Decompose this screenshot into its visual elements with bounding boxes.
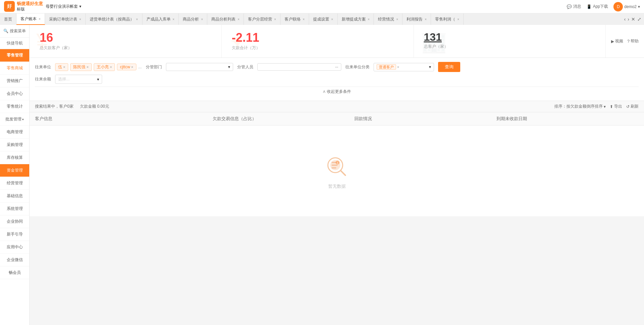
refresh-icon: ↺ [626,104,630,109]
sidebar-item-app-center[interactable]: 应用中心 [0,241,29,254]
tab-product-analysis[interactable]: 商品分析 × [179,13,207,25]
export-btn[interactable]: ⬆ 导出 [610,104,622,109]
sidebar-item-system-mgmt[interactable]: 系统管理 [0,203,29,215]
sidebar-item-purchase-mgmt[interactable]: 采购管理 [0,139,29,151]
sidebar-item-enterprise-wechat[interactable]: 企业微信 [0,254,29,266]
sidebar-item-basic-info[interactable]: 基础信息 [0,190,29,203]
message-btn[interactable]: 💬 消息 [567,4,581,9]
sidebar-item-batch-mgmt[interactable]: 批发管理 ▾ [0,113,29,126]
sidebar-item-member-center[interactable]: 会员中心 [0,87,29,100]
sidebar-item-marketing-label: 营销推广 [7,78,23,83]
chevron-down-dept-icon: ▾ [228,65,230,69]
tab-home-label: 首页 [4,16,12,22]
tab-product-inbound-close[interactable]: × [173,17,175,21]
sort-btn[interactable]: 排序：按欠款金额倒序排序 ▾ [554,104,606,109]
remove-tag-wang[interactable]: × [110,65,112,69]
stats-header: ¥ 16 总欠款客户（家） ✦ -2.11 欠款合计（万） 🏢 131 总客户（… [30,25,644,58]
filter-tag-wang[interactable]: 王小亮 × [94,63,115,71]
sidebar-item-marketing[interactable]: 营销推广 [0,75,29,87]
tab-business-status[interactable]: 经营情况 × [374,13,402,25]
version-dropdown[interactable]: 母婴行业演示帐套 ▾ [46,4,81,9]
tab-customer-segment[interactable]: 客户分层经营 × [244,13,281,25]
tab-profit-report[interactable]: 利润报告 × [402,13,431,25]
filter-dept-select[interactable]: ▾ [166,63,233,71]
app-download-btn[interactable]: 📱 App下载 [587,4,608,9]
filter-tag-cjttcw[interactable]: cjttcw × [117,64,136,70]
tab-add-promotion-plan-close[interactable]: × [368,17,370,21]
tab-purchase-order-close[interactable]: × [79,17,81,21]
tab-inbound-stats[interactable]: 进货单统计表（按商品） × [86,13,142,25]
sidebar-item-capital-mgmt[interactable]: 资金管理 [0,164,29,177]
tab-inbound-stats-close[interactable]: × [136,17,138,21]
tab-home[interactable]: 首页 [0,13,16,25]
remove-tag-cjttcw[interactable]: × [131,65,133,69]
export-icon: ⬆ [610,104,613,109]
app-name: 畅捷通好生意 [17,1,43,7]
tab-scroll-right[interactable]: › [628,16,629,22]
tab-customer-contact-label: 客户联络 [285,16,301,22]
filter-row-units: 往来单位 伍 × 陈民强 × 王小亮 × cjttcw [35,62,639,72]
filter-tag-wu[interactable]: 伍 × [55,63,68,71]
tab-product-analysis-list-close[interactable]: × [238,17,240,21]
svg-rect-5 [332,167,336,169]
sidebar-search[interactable]: 🔍 搜索菜单 [0,25,29,38]
tab-retail-profit[interactable]: 零售利润（ × [431,13,464,25]
sidebar-item-ecommerce-mgmt[interactable]: 电商管理 [0,126,29,139]
filter-tag-chen[interactable]: 陈民强 × [70,63,91,71]
filter-collapse-btn[interactable]: ∧ 收起更多条件 [35,86,639,97]
sidebar-item-operations-mgmt[interactable]: 经营管理 [0,177,29,190]
tab-customer-segment-label: 客户分层经营 [248,16,272,22]
empty-state: ? 暂无数据 [30,125,644,216]
tab-purchase-order-stats[interactable]: 采购订单统计表 × [45,13,86,25]
collapse-icon: ∧ [323,89,326,94]
help-btn[interactable]: ? 帮助 [627,38,639,44]
tab-product-analysis-close[interactable]: × [201,17,203,21]
logo-icon: 好 [4,1,15,12]
sidebar-item-retail-mall[interactable]: 零售商城 [0,62,29,75]
tab-promotion-settings[interactable]: 提成设置 × [309,13,338,25]
tab-customer-contact[interactable]: 客户联络 × [281,13,309,25]
tab-maximize[interactable]: ⤢ [637,16,641,22]
logo-area: 好 畅捷通好生意 标版 [4,1,43,12]
tab-add-promotion-plan[interactable]: 新增提成方案 × [338,13,374,25]
sidebar-item-new-guide[interactable]: 新手引导 [0,228,29,241]
sidebar-item-retail-stats[interactable]: 零售统计 [0,100,29,113]
top-bar-left: 好 畅捷通好生意 标版 母婴行业演示帐套 ▾ [4,1,81,12]
filter-balance-select[interactable]: 选择... ▾ [55,75,102,84]
tab-customer-segment-close[interactable]: × [274,17,276,21]
tab-retail-profit-close[interactable]: × [457,17,459,21]
col-header-due-date: 到期未收款日期 [497,116,639,122]
video-btn[interactable]: ▶ 视频 [611,38,623,44]
tab-customer-account-close[interactable]: × [39,17,41,21]
tab-customer-contact-close[interactable]: × [303,17,305,21]
unit-type-remove[interactable]: × [397,65,399,69]
tab-product-analysis-label: 商品分析 [183,16,199,22]
tab-product-analysis-list[interactable]: 商品分析列表 × [207,13,244,25]
data-table: 客户信息 欠款交易信息（占比） 回款情况 到期未收款日期 [30,112,644,216]
tab-profit-report-close[interactable]: × [425,17,427,21]
refresh-btn[interactable]: ↺ 刷新 [626,104,639,109]
tab-business-status-close[interactable]: × [396,17,398,21]
bg-building-icon: 🏢 [421,29,447,54]
filter-more-tags[interactable]: ... [138,65,142,69]
sidebar-quick-nav[interactable]: 快捷导航 [0,38,29,49]
tab-customer-account[interactable]: 客户账本 × [16,13,45,25]
user-area[interactable]: D demo2 ▾ [613,2,640,11]
filter-area: 往来单位 伍 × 陈民强 × 王小亮 × cjttcw [30,58,644,101]
tab-close-all[interactable]: ✕ [631,16,635,22]
remove-tag-wu[interactable]: × [63,65,65,69]
result-debt-text: 欠款金额 0.00元 [80,104,109,109]
filter-unit-type-select[interactable]: 普通客户 × ▾ [374,63,434,71]
sidebar-item-retail-mgmt[interactable]: 零售管理 [0,49,29,62]
query-button[interactable]: 查询 [438,62,460,72]
tab-scroll-left[interactable]: ‹ [624,16,626,22]
sidebar-item-enterprise-coop[interactable]: 企业协同 [0,215,29,228]
expand-icon: ▾ [22,118,24,121]
filter-person-select[interactable]: ··· [257,63,341,71]
sidebar-item-member-card[interactable]: 畅会员 [0,266,29,279]
remove-tag-chen[interactable]: × [86,65,88,69]
tab-promotion-settings-close[interactable]: × [331,17,333,21]
top-bar: 好 畅捷通好生意 标版 母婴行业演示帐套 ▾ 💬 消息 📱 App下载 D de… [0,0,644,13]
tab-product-inbound[interactable]: 产成品入库单 × [142,13,179,25]
sidebar-item-inventory-check[interactable]: 库存核算 [0,151,29,164]
